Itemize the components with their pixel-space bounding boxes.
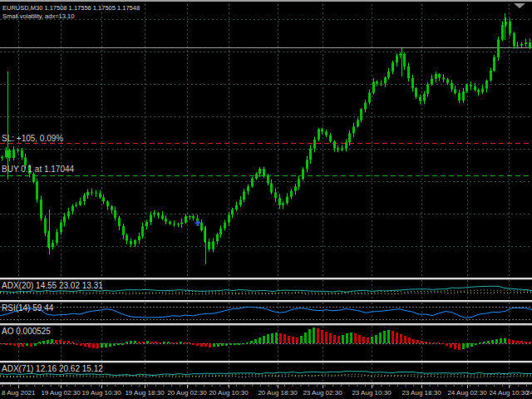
ao-bar: [387, 330, 390, 343]
ao-bar: [450, 343, 452, 347]
ao-bar: [155, 342, 157, 343]
ao-bar: [520, 341, 523, 343]
time-axis-label: 24 Aug 02:30: [447, 389, 486, 397]
ao-bar: [84, 343, 86, 347]
ao-bar: [433, 342, 436, 343]
ao-bar: [71, 342, 74, 343]
ao-bar: [437, 342, 440, 343]
ao-bar: [138, 342, 140, 343]
symbol-ohlc-header: EURUSD,M30 1.17508 1.17556 1.17505 1.175…: [2, 4, 140, 12]
ao-bar: [88, 343, 91, 347]
ao-bar: [275, 332, 278, 343]
ao-bar: [516, 341, 519, 343]
ao-bar: [196, 343, 199, 346]
ao-bar: [225, 343, 228, 346]
ao-bar: [221, 343, 224, 346]
indicator-pane-rsi[interactable]: RSI(14) 59.44: [0, 303, 532, 323]
ao-bar: [234, 343, 236, 345]
time-axis-label: 23 Aug 10:30: [352, 389, 391, 397]
ao-bar: [479, 342, 481, 343]
chart-window: EURUSD,M30 1.17508 1.17556 1.17505 1.175…: [0, 0, 532, 399]
ao-bar: [30, 343, 32, 347]
time-axis-label: 19 Aug 18:30: [125, 389, 164, 397]
ao-bar: [408, 337, 411, 343]
indicator-pane-ao[interactable]: AO 0.000525: [0, 326, 532, 361]
chart-shift-triangle[interactable]: [514, 3, 525, 8]
ao-bar: [213, 343, 215, 347]
time-axis-label: 19 Aug 02:30: [41, 389, 80, 397]
ao-bar: [204, 343, 207, 347]
ao-bar: [308, 329, 311, 343]
ao-bar: [13, 343, 16, 346]
ao-bar: [462, 343, 465, 349]
ao-bar: [383, 331, 386, 343]
time-axis-label: 24 Aug 10:30: [489, 389, 528, 397]
ao-bar: [421, 341, 423, 343]
ao-bar: [425, 342, 427, 343]
ao-bar: [367, 337, 369, 343]
ao-bar: [254, 339, 257, 343]
candle-bodies: [1, 22, 531, 249]
ao-bar: [271, 333, 273, 343]
ao-bar: [342, 335, 344, 343]
ao-bar: [470, 343, 473, 347]
ao-bar: [209, 343, 211, 347]
ao-bar: [117, 343, 120, 345]
ao-bar: [346, 333, 348, 343]
ao-bar: [67, 341, 70, 343]
ao-bar: [175, 342, 178, 343]
time-axis-label: 20 Aug 02:30: [167, 389, 206, 397]
ao-bar: [321, 330, 323, 343]
ao-bar: [288, 336, 290, 343]
ao-bar: [475, 343, 477, 345]
ao-bar: [396, 332, 398, 343]
ao-bar: [317, 328, 319, 343]
ao-bar: [22, 343, 24, 347]
candle-wicks: [2, 17, 530, 252]
indicator-pane-adx71[interactable]: ADX(71) 12.16 20.62 15.12: [0, 363, 532, 382]
buy-arrow-marker[interactable]: [195, 219, 201, 226]
time-axis[interactable]: 8 Aug 202119 Aug 02:3019 Aug 10:3019 Aug…: [0, 385, 532, 399]
time-axis-label: 23 Aug 02:30: [303, 389, 342, 397]
ao-bar: [371, 337, 373, 343]
ao-bar: [304, 332, 307, 343]
ao-bar: [279, 333, 282, 343]
ao-bar: [113, 343, 116, 346]
ao-bar: [126, 342, 128, 343]
ao-bar: [188, 342, 190, 343]
indicator-pane-adx20[interactable]: ADX(20) 14.55 23.02 13.31: [0, 280, 532, 300]
ao-bar: [1, 343, 3, 344]
ao-bar: [163, 342, 165, 343]
ao-bar: [512, 340, 515, 343]
time-axis-label: 8 Aug 2021: [2, 389, 35, 397]
ao-bar: [429, 342, 431, 343]
ao-bar: [483, 342, 485, 343]
ao-bar: [508, 339, 510, 343]
rsi-canvas[interactable]: [0, 303, 532, 323]
adx71-label: ADX(71) 12.16 20.62 15.12: [2, 364, 103, 373]
main-price-chart[interactable]: EURUSD,M30 1.17508 1.17556 1.17505 1.175…: [0, 2, 532, 278]
ao-bar: [17, 343, 20, 347]
ao-bar: [458, 343, 461, 350]
ao-bar: [325, 332, 328, 343]
time-axis-label: 20 Aug 10:30: [209, 389, 248, 397]
ao-bar: [454, 343, 456, 349]
ao-bar: [192, 343, 195, 345]
ao-bar: [263, 336, 265, 343]
ao-bar: [296, 337, 298, 343]
ao-bar: [96, 343, 99, 348]
ao-bar: [491, 340, 494, 343]
ao-bar: [26, 343, 28, 346]
ao-canvas[interactable]: [0, 326, 532, 361]
ao-bar: [59, 340, 62, 343]
candlestick-canvas[interactable]: [0, 2, 532, 278]
time-axis-label: 24 Aug 18:30: [526, 389, 532, 397]
ao-bar: [350, 332, 352, 343]
ao-bar: [283, 334, 286, 343]
ao-bar: [92, 343, 95, 348]
ao-bar: [354, 333, 357, 343]
ao-bar: [38, 342, 41, 343]
ao-bar: [51, 339, 53, 343]
ao-bar: [495, 339, 498, 343]
ao-bar: [184, 342, 186, 343]
